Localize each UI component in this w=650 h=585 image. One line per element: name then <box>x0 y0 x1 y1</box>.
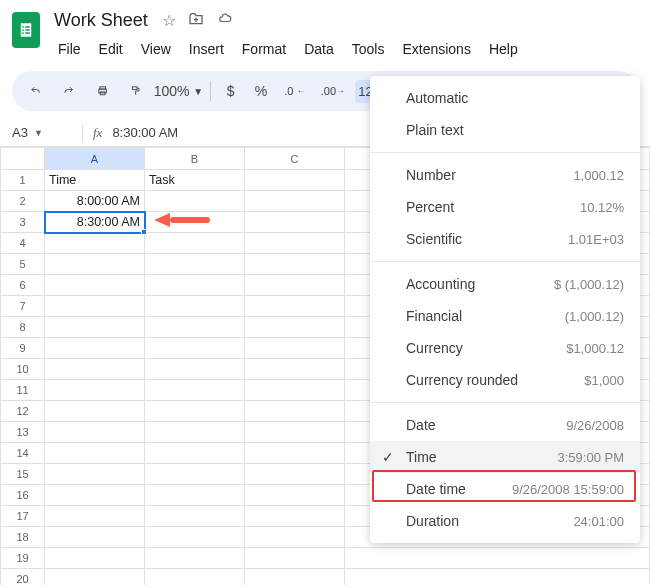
increase-decimal-button[interactable]: .00→ <box>316 79 349 103</box>
redo-button[interactable] <box>55 77 82 105</box>
format-automatic[interactable]: Automatic <box>370 82 640 114</box>
cell[interactable] <box>145 317 245 338</box>
cell[interactable] <box>245 380 345 401</box>
fill-handle[interactable] <box>141 229 147 235</box>
row-header[interactable]: 4 <box>1 233 45 254</box>
format-scientific[interactable]: Scientific1.01E+03 <box>370 223 640 255</box>
menu-insert[interactable]: Insert <box>181 37 232 61</box>
format-duration[interactable]: Duration24:01:00 <box>370 505 640 537</box>
cell[interactable] <box>45 233 145 254</box>
cell[interactable] <box>45 422 145 443</box>
row-header[interactable]: 3 <box>1 212 45 233</box>
row-header[interactable]: 12 <box>1 401 45 422</box>
row-header[interactable]: 8 <box>1 317 45 338</box>
cloud-status-icon[interactable] <box>216 11 234 31</box>
row-header[interactable]: 10 <box>1 359 45 380</box>
row-header[interactable]: 9 <box>1 338 45 359</box>
menu-extensions[interactable]: Extensions <box>394 37 478 61</box>
cell[interactable] <box>45 464 145 485</box>
row-header[interactable]: 15 <box>1 464 45 485</box>
cell[interactable] <box>145 485 245 506</box>
cell[interactable] <box>245 548 345 569</box>
cell[interactable]: 8:00:00 AM <box>45 191 145 212</box>
format-financial[interactable]: Financial(1,000.12) <box>370 300 640 332</box>
row-header[interactable]: 11 <box>1 380 45 401</box>
format-number[interactable]: Number1,000.12 <box>370 159 640 191</box>
paint-format-button[interactable] <box>122 77 149 105</box>
currency-button[interactable]: $ <box>219 77 243 105</box>
cell[interactable] <box>245 485 345 506</box>
cell[interactable] <box>245 296 345 317</box>
formula-bar[interactable]: 8:30:00 AM <box>112 125 178 140</box>
cell[interactable] <box>145 233 245 254</box>
row-header[interactable]: 13 <box>1 422 45 443</box>
cell[interactable] <box>145 254 245 275</box>
row-header[interactable]: 6 <box>1 275 45 296</box>
cell[interactable] <box>145 296 245 317</box>
cell[interactable] <box>145 506 245 527</box>
cell[interactable] <box>45 338 145 359</box>
cell[interactable] <box>145 548 245 569</box>
cell[interactable] <box>245 506 345 527</box>
undo-button[interactable] <box>22 77 49 105</box>
document-title[interactable]: Work Sheet <box>50 8 152 33</box>
menu-help[interactable]: Help <box>481 37 526 61</box>
menu-data[interactable]: Data <box>296 37 342 61</box>
cell[interactable] <box>145 464 245 485</box>
cell[interactable] <box>245 338 345 359</box>
cell[interactable] <box>45 569 145 586</box>
row-header[interactable]: 14 <box>1 443 45 464</box>
cell[interactable] <box>245 464 345 485</box>
format-percent[interactable]: Percent10.12% <box>370 191 640 223</box>
cell[interactable] <box>145 527 245 548</box>
menu-tools[interactable]: Tools <box>344 37 393 61</box>
menu-format[interactable]: Format <box>234 37 294 61</box>
star-icon[interactable]: ☆ <box>162 11 176 31</box>
name-box[interactable]: A3▼ <box>12 125 72 140</box>
cell[interactable] <box>245 191 345 212</box>
cell[interactable] <box>45 359 145 380</box>
column-header-c[interactable]: C <box>245 148 345 170</box>
cell[interactable] <box>145 380 245 401</box>
cell[interactable]: Time <box>45 170 145 191</box>
cell[interactable] <box>145 422 245 443</box>
row-header[interactable]: 19 <box>1 548 45 569</box>
format-datetime[interactable]: Date time9/26/2008 15:59:00 <box>370 473 640 505</box>
column-header-a[interactable]: A <box>45 148 145 170</box>
cell[interactable] <box>45 254 145 275</box>
cell[interactable] <box>145 212 245 233</box>
cell[interactable] <box>245 254 345 275</box>
cell-selected[interactable]: 8:30:00 AM <box>45 212 145 233</box>
cell[interactable] <box>145 191 245 212</box>
cell[interactable] <box>45 527 145 548</box>
move-icon[interactable] <box>188 11 204 31</box>
menu-edit[interactable]: Edit <box>91 37 131 61</box>
cell[interactable] <box>45 296 145 317</box>
cell[interactable] <box>245 443 345 464</box>
cell[interactable] <box>45 443 145 464</box>
cell[interactable] <box>45 548 145 569</box>
cell[interactable] <box>45 485 145 506</box>
cell[interactable] <box>245 359 345 380</box>
cell[interactable] <box>45 317 145 338</box>
cell[interactable] <box>145 275 245 296</box>
select-all-corner[interactable] <box>1 148 45 170</box>
cell[interactable] <box>145 401 245 422</box>
format-time[interactable]: ✓Time3:59:00 PM <box>370 441 640 473</box>
cell[interactable] <box>45 401 145 422</box>
cell[interactable] <box>245 401 345 422</box>
cell[interactable] <box>145 569 245 586</box>
format-currency[interactable]: Currency$1,000.12 <box>370 332 640 364</box>
cell[interactable] <box>245 527 345 548</box>
menu-view[interactable]: View <box>133 37 179 61</box>
format-accounting[interactable]: Accounting$ (1,000.12) <box>370 268 640 300</box>
row-header[interactable]: 16 <box>1 485 45 506</box>
cell[interactable] <box>45 380 145 401</box>
menu-file[interactable]: File <box>50 37 89 61</box>
cell[interactable] <box>245 317 345 338</box>
decrease-decimal-button[interactable]: .0 ← <box>279 79 310 103</box>
cell[interactable] <box>45 506 145 527</box>
cell[interactable]: Task <box>145 170 245 191</box>
cell[interactable] <box>345 569 650 586</box>
cell[interactable] <box>345 548 650 569</box>
